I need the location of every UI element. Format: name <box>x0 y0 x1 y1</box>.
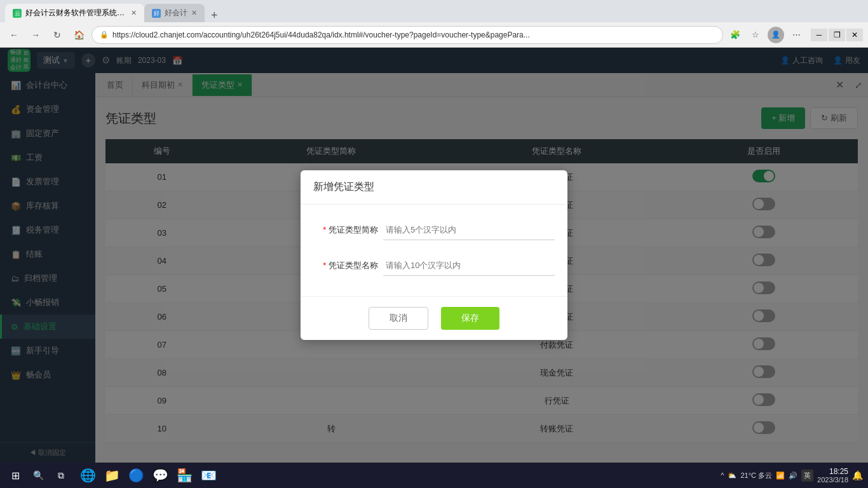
taskbar-app-wechat[interactable]: 💬 <box>149 464 172 487</box>
full-name-label: * 凭证类型名称 <box>313 260 383 271</box>
modal-header: 新增凭证类型 <box>301 170 567 205</box>
sys-tray: ^ ⛅ 21°C 多云 📶 🔊 英 18:25 2023/3/18 🔔 <box>721 467 863 484</box>
modal: 新增凭证类型 * 凭证类型简称 * 凭证类型名称 取消 保存 <box>301 170 567 340</box>
taskbar-apps: 🌐 📁 🔵 💬 🏪 📧 <box>76 464 220 487</box>
favorites-btn[interactable]: ☆ <box>747 27 764 43</box>
forward-btn[interactable]: → <box>27 26 44 44</box>
time-display: 18:25 <box>817 467 848 476</box>
address-bar[interactable]: 🔒 https://cloud2.chanjet.com/accounting/… <box>92 26 723 44</box>
profile-btn[interactable]: 👤 <box>768 27 784 43</box>
weather-icon: ⛅ <box>728 471 736 480</box>
back-btn[interactable]: ← <box>5 26 23 44</box>
form-row-short-name: * 凭证类型简称 <box>313 220 555 240</box>
speaker-icon: 🔊 <box>789 471 797 480</box>
modal-footer: 取消 保存 <box>301 296 567 340</box>
save-btn[interactable]: 保存 <box>441 307 499 330</box>
start-btn[interactable]: ⊞ <box>5 465 25 485</box>
taskbar-app-mail[interactable]: 📧 <box>197 464 220 487</box>
tab2-label: 好会计 <box>165 8 187 18</box>
taskbar: ⊞ 🔍 ⧉ 🌐 📁 🔵 💬 🏪 📧 ^ ⛅ 21°C 多云 📶 🔊 英 18:2… <box>0 463 868 488</box>
required-mark-1: * <box>323 225 326 234</box>
browser-tab-active[interactable]: 云 好会计云财务软件管理系统_会计 ✕ <box>5 4 144 22</box>
restore-btn[interactable]: ❐ <box>829 29 845 41</box>
lock-icon: 🔒 <box>100 30 109 39</box>
modal-overlay: 新增凭证类型 * 凭证类型简称 * 凭证类型名称 取消 保存 <box>0 48 868 463</box>
clock-display[interactable]: 18:25 2023/3/18 <box>817 467 848 484</box>
modal-body: * 凭证类型简称 * 凭证类型名称 <box>301 205 567 296</box>
tab1-label: 好会计云财务软件管理系统_会计 <box>25 8 127 18</box>
tab2-favicon: 好 <box>152 9 161 18</box>
short-name-label: * 凭证类型简称 <box>313 224 383 236</box>
address-text: https://cloud2.chanjet.com/accounting/uh… <box>112 30 530 39</box>
home-btn[interactable]: 🏠 <box>70 26 88 44</box>
date-display: 2023/3/18 <box>817 476 848 484</box>
reload-btn[interactable]: ↻ <box>48 26 66 44</box>
tab2-close[interactable]: ✕ <box>191 9 197 17</box>
task-view-btn[interactable]: ⧉ <box>51 465 71 485</box>
tab1-close[interactable]: ✕ <box>131 9 137 17</box>
network-icon: 📶 <box>776 471 785 480</box>
browser-tab-inactive[interactable]: 好 好会计 ✕ <box>144 4 205 22</box>
extensions-btn[interactable]: 🧩 <box>727 27 743 43</box>
taskbar-app-edge[interactable]: 🌐 <box>76 464 99 487</box>
more-btn[interactable]: ⋯ <box>788 27 804 43</box>
short-name-input[interactable] <box>383 220 555 240</box>
search-taskbar-btn[interactable]: 🔍 <box>28 465 48 485</box>
required-mark-2: * <box>323 261 326 270</box>
taskbar-app-chrome[interactable]: 🔵 <box>125 464 147 487</box>
full-name-input[interactable] <box>383 255 555 276</box>
taskbar-app-explorer[interactable]: 📁 <box>100 464 123 487</box>
cancel-btn[interactable]: 取消 <box>369 307 428 330</box>
notifications-icon[interactable]: 🔔 <box>852 470 863 480</box>
taskbar-app-store[interactable]: 🏪 <box>173 464 196 487</box>
new-tab-btn[interactable]: + <box>207 10 222 21</box>
tab1-favicon: 云 <box>13 9 22 18</box>
minimize-btn[interactable]: ─ <box>811 29 827 41</box>
tray-expand-icon[interactable]: ^ <box>721 471 724 479</box>
close-window-btn[interactable]: ✕ <box>846 29 863 41</box>
form-row-full-name: * 凭证类型名称 <box>313 255 555 276</box>
modal-title: 新增凭证类型 <box>313 181 374 192</box>
lang-indicator: 英 <box>801 470 813 482</box>
weather-text: 21°C 多云 <box>740 471 772 480</box>
